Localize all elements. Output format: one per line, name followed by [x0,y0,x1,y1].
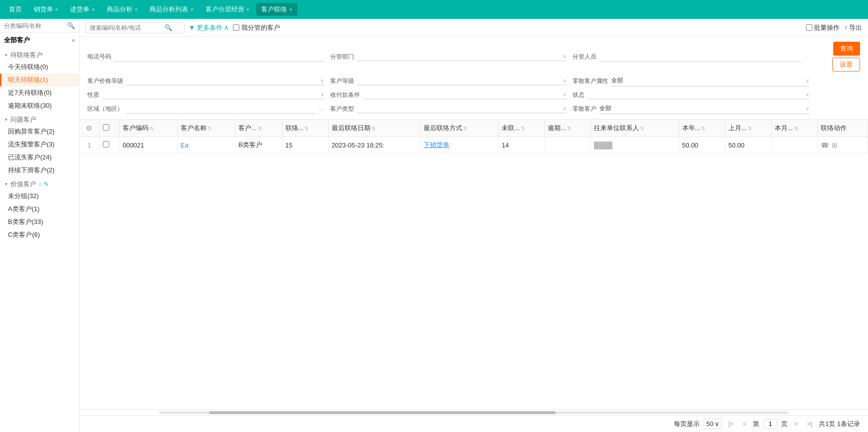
scrollbar-track [159,411,789,414]
status-select[interactable]: ∨ [587,90,809,99]
col-code: 客户编码 ⇅ [119,120,177,137]
chevron-down-icon: ∨ [563,91,567,98]
nav-item-customer-tier[interactable]: 客户分层经营 × [201,3,254,16]
row-this-year: 50.00 [679,137,725,153]
export-btn[interactable]: ↑ 导出 [845,23,863,32]
prev-page-btn[interactable]: < [740,419,749,429]
sort-icon[interactable]: ⇅ [521,126,525,131]
row-unit-contact: ████ [591,137,679,153]
page-size-select[interactable]: 50 ∨ [704,419,722,429]
close-icon[interactable]: × [190,6,193,12]
filter-cell-retail-customer: 零散客户 全部 ∨ [573,103,815,114]
row-check[interactable] [99,137,119,153]
sidebar-all-customers[interactable]: 全部客户 « [0,33,79,48]
sidebar-item-repurchase-abnormal[interactable]: 回购异常客户(2) [0,125,79,138]
sidebar-item-ungrouped[interactable]: 未分组(32) [0,190,79,203]
close-icon[interactable]: × [91,6,94,12]
sort-icon[interactable]: ⇅ [304,126,308,131]
col-check [99,120,119,137]
filter-cell-retail-attr: 零散客户属性 全部 ∨ [573,75,815,86]
filter-cell-region: 区域（地区） ··· [87,104,330,114]
search-icon[interactable]: 🔍 [164,24,172,31]
col-not-contacted: 未联... ⇅ [499,120,545,137]
customer-type-select[interactable]: ∨ [357,104,567,113]
sort-icon[interactable]: ⇅ [149,126,153,131]
chevron-down-icon: ∨ [563,77,567,84]
sidebar-problem-group: 问题客户 [0,112,79,125]
contact-icon[interactable]: ☎ [821,142,829,149]
manager-input[interactable] [599,52,801,62]
sidebar-item-churned[interactable]: 已流失客户(24) [0,151,79,164]
sidebar-waiting-group: 待联络客户 [0,48,79,61]
sidebar-search-input[interactable] [4,22,65,29]
retail-customer-select[interactable]: 全部 ∨ [599,103,809,114]
filter-cell-customer-type: 客户类型 ∨ [330,104,573,113]
select-all-checkbox[interactable] [103,124,109,131]
nav-item-sales[interactable]: 销货单 × [29,3,63,16]
sort-icon[interactable]: ⇅ [567,126,571,131]
my-customer-checkbox[interactable]: 我分管的客户 [233,23,280,32]
next-page-btn[interactable]: > [792,419,800,429]
last-page-btn[interactable]: >| [804,419,815,429]
phone-input[interactable] [114,52,324,62]
sort-icon[interactable]: ⇅ [748,126,752,131]
nav-item-purchase[interactable]: 进货单 × [65,3,99,16]
price-level-select[interactable]: ∨ [126,76,324,85]
sidebar-item-today-contact[interactable]: 今天待联络(0) [0,61,79,73]
close-icon[interactable]: × [135,6,138,12]
sort-icon[interactable]: ⇅ [208,126,212,131]
sort-icon[interactable]: ⇅ [258,126,262,131]
retail-attr-select[interactable]: 全部 ∨ [611,75,809,86]
batch-checkbox[interactable] [806,24,812,31]
nav-item-product-analysis[interactable]: 商品分析 × [102,3,143,16]
set-button[interactable]: 设置 [832,58,860,72]
more-filter-btn[interactable]: ▼ 更多条件 ∧ [189,23,229,32]
more-dots-region-icon[interactable]: ··· [319,105,324,113]
my-customer-check[interactable] [233,24,239,31]
nav-item-customer-contact[interactable]: 客户联络 × [256,3,297,16]
close-icon[interactable]: × [289,6,292,12]
dept-select[interactable]: ∨ [357,52,567,61]
horizontal-scrollbar[interactable] [79,409,868,415]
page-number-input[interactable] [763,419,777,429]
chevron-down-icon: ∨ [320,77,324,84]
close-icon[interactable]: × [55,6,58,12]
sort-icon[interactable]: ⇅ [463,126,467,131]
sidebar-item-churn-warning[interactable]: 流失预警客户(3) [0,138,79,151]
sidebar-item-tomorrow-contact[interactable]: 明天待联络(1) [0,73,79,86]
close-icon[interactable]: × [246,6,249,12]
row-this-month [771,137,817,153]
row-overdue [545,137,591,153]
query-button[interactable]: 查询 [833,42,860,56]
sort-icon[interactable]: ⇅ [640,126,644,131]
settings-icon[interactable]: ⚙ [86,124,92,132]
gender-select[interactable]: ∨ [102,90,324,99]
more-dots-icon[interactable]: ··· [804,53,809,61]
sort-icon[interactable]: ⇅ [701,126,705,131]
scrollbar-thumb[interactable] [209,411,555,414]
chevron-down-icon: ∨ [563,53,567,60]
sidebar-item-class-b[interactable]: B类客户(33) [0,216,79,228]
sidebar-item-class-c[interactable]: C类客户(6) [0,228,79,241]
search-icon[interactable]: 🔍 [67,22,75,29]
nav-item-product-analysis-list[interactable]: 商品分析列表 × [145,3,198,16]
sort-icon[interactable]: ⇅ [371,126,375,131]
sidebar-item-class-a[interactable]: A类客户(1) [0,203,79,216]
search-input[interactable] [90,24,164,31]
collapse-icon: « [72,37,75,44]
grid-icon[interactable]: ⊞ [832,142,837,149]
first-page-btn[interactable]: |< [726,419,736,429]
customer-level-select[interactable]: ∨ [357,76,567,85]
filter-row-3: 性质 ∨ 收付款条件 ∨ 状态 [87,90,860,99]
batch-op-btn[interactable]: 批量操作 [806,23,840,32]
payment-select[interactable]: ∨ [363,90,567,99]
sidebar-item-7days-contact[interactable]: 近7天待联络(0) [0,86,79,99]
sidebar-item-declining[interactable]: 持续下滑客户(2) [0,164,79,177]
filter-icon: ▼ [189,24,195,31]
nav-home[interactable]: 首页 [4,3,27,16]
filter-row-4: 区域（地区） ··· 客户类型 ∨ 零散客户 全部 ∨ [87,103,860,114]
region-input[interactable] [126,104,316,114]
col-last-contact-date: 最后联络日期 ⇅ [328,120,420,137]
sort-icon[interactable]: ⇅ [794,126,798,131]
sidebar-item-overdue-contact[interactable]: 逾期未联络(30) [0,99,79,112]
